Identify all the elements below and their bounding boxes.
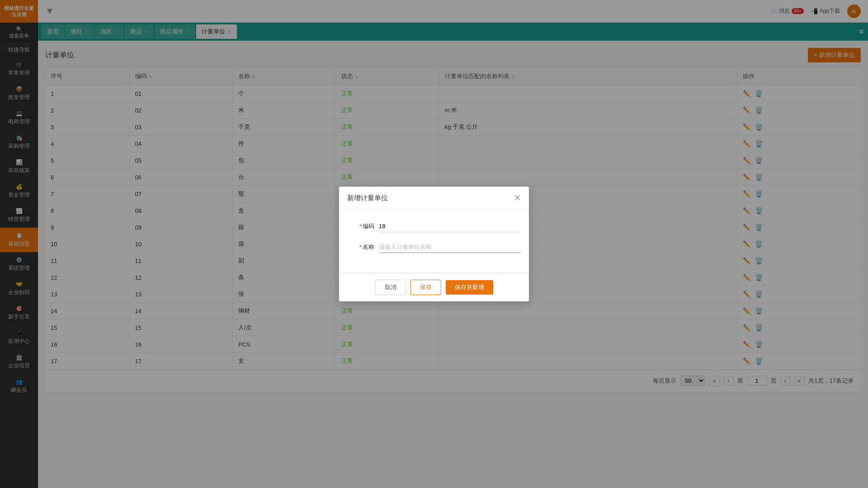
- code-label: *编码: [347, 222, 374, 230]
- modal-body: *编码 *名称: [339, 210, 529, 273]
- modal-overlay[interactable]: 新增计量单位 ✕ *编码 *名称 取消 保存 保存并新增: [0, 0, 868, 488]
- modal-footer: 取消 保存 保存并新增: [339, 273, 529, 301]
- name-label: *名称: [347, 243, 374, 251]
- name-input[interactable]: [379, 241, 521, 253]
- cancel-button[interactable]: 取消: [375, 280, 406, 295]
- save-button[interactable]: 保存: [410, 280, 441, 295]
- modal-title: 新增计量单位: [347, 194, 388, 202]
- form-row-code: *编码: [347, 221, 521, 232]
- code-input[interactable]: [379, 221, 521, 232]
- save-new-button[interactable]: 保存并新增: [446, 280, 493, 295]
- form-row-name: *名称: [347, 241, 521, 253]
- add-unit-modal: 新增计量单位 ✕ *编码 *名称 取消 保存 保存并新增: [339, 187, 529, 301]
- modal-close-btn[interactable]: ✕: [514, 193, 521, 203]
- modal-header: 新增计量单位 ✕: [339, 187, 529, 210]
